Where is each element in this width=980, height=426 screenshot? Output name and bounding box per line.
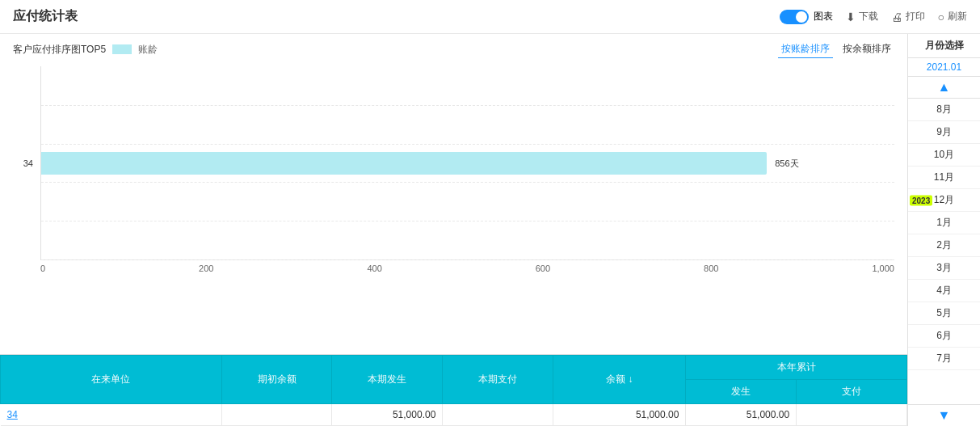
x-label-200: 200: [199, 264, 213, 273]
x-label-0: 0: [40, 264, 45, 273]
x-label-600: 600: [536, 264, 550, 273]
col-header-year-pay: 支付: [797, 380, 907, 404]
download-button[interactable]: ⬇ 下载: [846, 10, 878, 23]
cell-year-pay: [797, 404, 907, 426]
month-item-9[interactable]: 9月: [908, 121, 980, 144]
chart-toggle[interactable]: [780, 10, 809, 24]
sidebar-nav-down-button[interactable]: ▼: [908, 404, 980, 426]
table-row: 34 51,000.00 51,000.00 51,000.00: [1, 404, 907, 426]
chevron-down-icon: ▼: [938, 408, 951, 423]
table-header-row1: 在来单位 期初余额 本期发生 本期支付 余额 ↓ 本年累计: [1, 356, 907, 380]
x-label-400: 400: [367, 264, 381, 273]
month-item-3[interactable]: 3月: [908, 257, 980, 280]
col-header-pay: 本期支付: [443, 356, 553, 404]
chart-body: 34 856天 0 200 400 600 800 1,000: [0, 58, 907, 354]
col-header-balance: 余额 ↓: [553, 356, 686, 404]
month-item-6[interactable]: 6月: [908, 325, 980, 348]
chart-area: 34 856天: [40, 66, 894, 260]
table-body: 34 51,000.00 51,000.00 51,000.00: [1, 404, 907, 426]
month-item-5[interactable]: 5月: [908, 302, 980, 325]
legend-color-label: 账龄: [138, 43, 158, 57]
sort-by-amount-button[interactable]: 按余额排序: [839, 40, 894, 58]
chart-header: 客户应付排序图TOP5 账龄 按账龄排序 按余额排序: [0, 34, 907, 58]
table-section: 在来单位 期初余额 本期发生 本期支付 余额 ↓ 本年累计 发生 支付: [0, 354, 907, 426]
right-sidebar: 月份选择 2021.01 ▲ 8月 9月 10月 11月 12月 2023 1月…: [907, 34, 980, 426]
bar-end-label: 856天: [775, 157, 798, 169]
sort-by-account-button[interactable]: 按账龄排序: [778, 40, 833, 58]
download-icon: ⬇: [846, 11, 856, 23]
chart-toggle-label: 图表: [814, 10, 833, 23]
month-item-11[interactable]: 11月: [908, 167, 980, 189]
sidebar-current-year[interactable]: 2021.01: [908, 58, 980, 77]
chart-section: 客户应付排序图TOP5 账龄 按账龄排序 按余额排序: [0, 34, 907, 426]
col-header-current: 本期发生: [332, 356, 443, 404]
col-header-year-occur: 发生: [686, 380, 797, 404]
sidebar-nav-up-button[interactable]: ▲: [908, 77, 980, 99]
chart-toggle-wrap[interactable]: 图表: [780, 10, 833, 24]
bar-y-label: 34: [13, 158, 33, 168]
cell-unit[interactable]: 34: [1, 404, 222, 426]
month-item-12[interactable]: 12月 2023: [908, 189, 980, 212]
content-area: 客户应付排序图TOP5 账龄 按账龄排序 按余额排序: [0, 34, 980, 426]
header-actions: 图表 ⬇ 下载 🖨 打印 ○ 刷新: [780, 10, 967, 24]
x-label-800: 800: [704, 264, 718, 273]
sort-buttons: 按账龄排序 按余额排序: [778, 40, 894, 58]
month-item-1[interactable]: 1月: [908, 212, 980, 234]
x-label-1000: 1,000: [872, 264, 894, 273]
x-axis-labels: 0 200 400 600 800 1,000: [40, 260, 894, 273]
col-header-period: 期初余额: [221, 356, 332, 404]
refresh-button[interactable]: ○ 刷新: [938, 10, 967, 23]
month-item-2[interactable]: 2月: [908, 234, 980, 257]
legend-title: 客户应付排序图TOP5: [13, 43, 106, 57]
month-item-4[interactable]: 4月: [908, 280, 980, 302]
cell-balance: 51,000.00: [553, 404, 686, 426]
col-header-year: 本年累计: [686, 356, 907, 380]
page-title: 应付统计表: [13, 8, 78, 25]
legend-color-box: [112, 44, 132, 54]
print-button[interactable]: 🖨 打印: [891, 10, 925, 23]
cell-pay: [443, 404, 553, 426]
data-table: 在来单位 期初余额 本期发生 本期支付 余额 ↓ 本年累计 发生 支付: [0, 355, 907, 426]
balance-sort-icon: ↓: [628, 373, 633, 385]
main-container: 应付统计表 图表 ⬇ 下载 🖨 打印 ○ 刷新: [0, 0, 980, 426]
month-item-7[interactable]: 7月: [908, 348, 980, 370]
month-list: 8月 9月 10月 11月 12月 2023 1月 2月 3月 4月 5月 6月…: [908, 99, 980, 404]
header: 应付统计表 图表 ⬇ 下载 🖨 打印 ○ 刷新: [0, 0, 980, 34]
year-badge: 2023: [910, 195, 932, 205]
cell-current: 51,000.00: [332, 404, 443, 426]
refresh-icon: ○: [938, 11, 944, 23]
print-label: 打印: [906, 10, 925, 23]
cell-year-occur: 51,000.00: [686, 404, 797, 426]
month-item-8[interactable]: 8月: [908, 99, 980, 121]
sidebar-header: 月份选择: [908, 34, 980, 58]
chevron-up-icon: ▲: [938, 80, 951, 95]
chart-legend: 客户应付排序图TOP5 账龄: [13, 43, 158, 57]
refresh-label: 刷新: [948, 10, 967, 23]
bar-chart: 34 856天 0 200 400 600 800 1,000: [40, 66, 894, 293]
bar-fill: [41, 152, 767, 175]
download-label: 下载: [859, 10, 878, 23]
month-item-10[interactable]: 10月: [908, 144, 980, 167]
cell-period-balance: [221, 404, 332, 426]
print-icon: 🖨: [891, 11, 902, 23]
col-header-unit: 在来单位: [1, 356, 222, 404]
